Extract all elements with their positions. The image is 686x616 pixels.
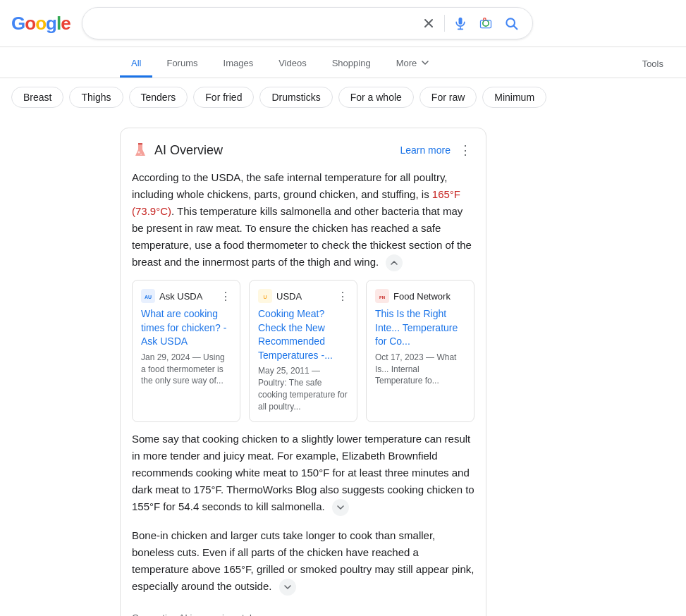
learn-more-link[interactable]: Learn more: [400, 144, 451, 156]
source-snippet-2: May 25, 2011 — Poultry: The safe cooking…: [258, 365, 348, 412]
google-logo[interactable]: Google: [11, 13, 71, 35]
microphone-icon: [453, 16, 467, 30]
source-title-3: This Is the Right Inte... Temperature fo…: [375, 307, 465, 349]
tab-all[interactable]: All: [120, 51, 152, 78]
chevron-up-icon: [390, 259, 398, 267]
more-options-button[interactable]: ⋮: [456, 140, 474, 161]
source-name-usda: USDA: [276, 291, 302, 302]
ai-title-row: AI Overview: [132, 142, 223, 159]
chip-breast[interactable]: Breast: [11, 87, 63, 108]
chevron-down-icon-3: [283, 583, 292, 591]
source-snippet-1: Jan 29, 2024 — Using a food thermometer …: [141, 352, 231, 387]
svg-rect-0: [458, 18, 462, 25]
source-card-food-network[interactable]: FN Food Network This Is the Right Inte..…: [366, 280, 474, 422]
svg-point-8: [140, 154, 142, 155]
chip-for-raw[interactable]: For raw: [419, 87, 477, 108]
source-icon-food-network: FN: [375, 289, 389, 303]
chevron-down-icon: [419, 57, 431, 68]
tab-more[interactable]: More: [385, 50, 443, 78]
svg-text:AU: AU: [145, 295, 152, 300]
chip-minimum[interactable]: Minimum: [482, 87, 546, 108]
clear-button[interactable]: [419, 13, 439, 33]
source-name-food-network: Food Network: [393, 291, 451, 302]
source-card-usda[interactable]: U USDA ⋮ Cooking Meat? Check the New Rec…: [249, 280, 357, 422]
tab-shopping[interactable]: Shopping: [321, 51, 382, 78]
chip-thighs[interactable]: Thighs: [69, 87, 123, 108]
source-name-ask-usda: Ask USDA: [159, 291, 202, 302]
ai-flask-icon: [132, 142, 149, 159]
search-input[interactable]: what is the safe temperature for chicken: [94, 17, 413, 30]
source-menu-1[interactable]: ⋮: [220, 290, 231, 303]
ai-overview-header: AI Overview Learn more ⋮: [132, 140, 474, 161]
source-icon-ask-usda: AU: [141, 289, 155, 303]
chip-tenders[interactable]: Tenders: [129, 87, 188, 108]
source-title-2: Cooking Meat? Check the New Recommended …: [258, 307, 348, 362]
ai-header-right: Learn more ⋮: [400, 140, 474, 161]
ai-overview-title: AI Overview: [154, 143, 223, 158]
search-icon: [504, 16, 518, 30]
chip-drumsticks[interactable]: Drumsticks: [259, 87, 332, 108]
collapse-button-1[interactable]: [386, 254, 403, 271]
source-icon-usda: U: [258, 289, 272, 303]
tools-button[interactable]: Tools: [631, 51, 675, 76]
camera-icon: [479, 16, 493, 30]
voice-search-button[interactable]: [451, 13, 470, 33]
svg-text:U: U: [263, 295, 267, 300]
svg-point-3: [482, 20, 488, 26]
lens-button[interactable]: [476, 13, 496, 33]
main-content: AI Overview Learn more ⋮ According to th…: [0, 116, 606, 616]
source-cards: AU Ask USDA ⋮ What are cooking times for…: [132, 280, 474, 422]
tab-videos[interactable]: Videos: [267, 51, 318, 78]
ai-paragraph-3: Bone-in chicken and larger cuts take lon…: [132, 527, 474, 596]
chevron-down-icon-2: [336, 503, 345, 512]
divider: [444, 15, 445, 32]
tab-images[interactable]: Images: [212, 51, 265, 78]
collapse-button-2[interactable]: [332, 499, 349, 516]
chips-bar: Breast Thighs Tenders For fried Drumstic…: [0, 78, 686, 116]
tab-forums[interactable]: Forums: [155, 51, 209, 78]
svg-text:FN: FN: [379, 295, 385, 300]
generative-ai-note: Generative AI is experimental.: [132, 612, 474, 616]
source-card-header-2: U USDA ⋮: [258, 289, 348, 303]
svg-point-7: [138, 152, 140, 154]
svg-rect-4: [480, 20, 491, 28]
chip-for-fried[interactable]: For fried: [193, 87, 254, 108]
collapse-button-3[interactable]: [279, 579, 296, 596]
source-card-ask-usda[interactable]: AU Ask USDA ⋮ What are cooking times for…: [132, 280, 240, 422]
svg-line-6: [513, 26, 517, 30]
source-title-1: What are cooking times for chicken? - As…: [141, 307, 231, 349]
source-card-header-3: FN Food Network: [375, 289, 465, 303]
source-card-header-1: AU Ask USDA ⋮: [141, 289, 231, 303]
ai-overview-card: AI Overview Learn more ⋮ According to th…: [120, 128, 486, 616]
source-menu-2[interactable]: ⋮: [337, 290, 348, 303]
search-button[interactable]: [501, 13, 521, 33]
chip-for-a-whole[interactable]: For a whole: [338, 87, 414, 108]
source-snippet-3: Oct 17, 2023 — What Is... Internal Tempe…: [375, 352, 465, 387]
header: Google what is the safe temperature for …: [0, 0, 686, 47]
tabs-bar: All Forums Images Videos Shopping More T…: [0, 47, 686, 78]
ai-paragraph-2: Some say that cooking chicken to a sligh…: [132, 431, 474, 516]
search-bar: what is the safe temperature for chicken: [82, 7, 533, 39]
ai-paragraph-1: According to the USDA, the safe internal…: [132, 169, 474, 271]
close-icon: [422, 16, 436, 30]
